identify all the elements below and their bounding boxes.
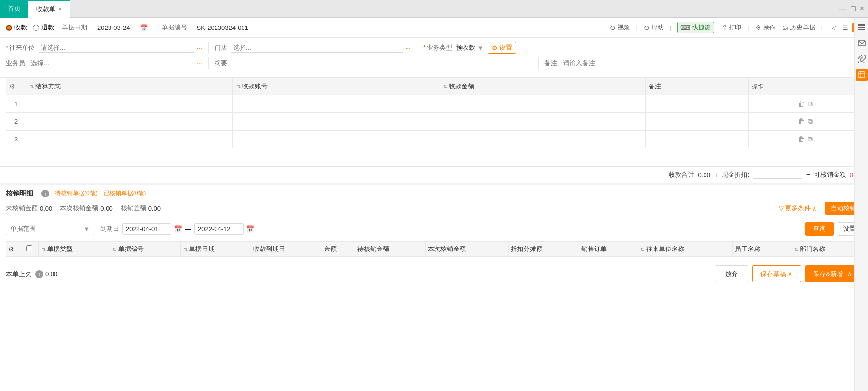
amount-cell-1[interactable] <box>439 95 646 113</box>
due-info-icon[interactable]: i <box>35 270 43 278</box>
range-select[interactable]: 单据范围 ▼ <box>6 223 94 235</box>
delete-icon-1[interactable]: 🗑 <box>798 100 805 108</box>
date-from-input[interactable] <box>122 223 171 235</box>
save-new-dropdown-icon[interactable]: ∧ <box>845 268 854 280</box>
svg-rect-0 <box>858 24 865 26</box>
chevron-up-icon: ∧ <box>812 205 817 212</box>
remark-cell-2[interactable] <box>646 113 748 131</box>
copy-icon-2[interactable]: ⧉ <box>808 117 813 126</box>
sidebar-frame-icon[interactable] <box>856 69 868 81</box>
sort-doc-date[interactable]: ⇅ <box>184 247 188 252</box>
partner-input[interactable] <box>39 43 194 53</box>
sort-partner[interactable]: ⇅ <box>640 247 644 252</box>
tab-home[interactable]: 首页 <box>0 0 28 18</box>
sort-icon2[interactable]: ⇅ <box>237 84 241 89</box>
calendar-from-icon[interactable]: 📅 <box>174 225 182 233</box>
setting-button[interactable]: ⚙ 设置 <box>488 42 516 54</box>
sort-doc-type[interactable]: ⇅ <box>42 247 46 252</box>
current-label: 本次核销金额 <box>60 204 98 213</box>
delete-icon-3[interactable]: 🗑 <box>798 135 805 143</box>
abandon-button[interactable]: 放弃 <box>715 265 748 282</box>
svg-rect-1 <box>858 27 865 28</box>
window-close-icon[interactable]: × <box>860 4 864 13</box>
footer-left: 本单上欠 i 0.00 <box>6 270 57 279</box>
save-new-button[interactable]: 保存&新增 ∧ <box>805 265 862 282</box>
shop-input[interactable] <box>231 43 403 53</box>
layout-icon-prev[interactable]: ◁ <box>829 23 839 32</box>
layout-icon-list[interactable]: ☰ <box>841 23 850 32</box>
calendar-icon[interactable]: 📅 <box>140 24 148 31</box>
bottom-settings-icon[interactable]: ⚙ <box>8 246 14 253</box>
operation-btn[interactable]: ⚙ 操作 <box>755 23 776 32</box>
table-settings-icon[interactable]: ⚙ <box>9 83 15 90</box>
uncancelled-label: 未核销金额 <box>6 204 38 213</box>
sort-icon[interactable]: ⇅ <box>30 84 34 89</box>
receipt-table-container: ⚙ ⇅ 结算方式 ⇅ 收款账号 ⇅ 收款金额 备注 <box>0 78 868 166</box>
remark-cell-3[interactable] <box>646 131 748 148</box>
help-btn[interactable]: ⊙ 帮助 <box>644 23 664 32</box>
more-conditions-btn[interactable]: ▽ 更多条件 ∧ <box>779 204 817 213</box>
col-current-amount: 本次核销金额 <box>426 242 509 257</box>
abandon-btn-label: 放弃 <box>725 270 738 278</box>
partner-more-icon[interactable]: ··· <box>196 44 202 52</box>
copy-icon-3[interactable]: ⧉ <box>808 135 813 143</box>
select-all-checkbox[interactable] <box>26 245 32 251</box>
remark-cell-1[interactable] <box>646 95 748 113</box>
table-row: 3 🗑 ⧉ <box>6 131 862 148</box>
remark-label: 备注 <box>544 59 557 68</box>
uncancelled-value: 0.00 <box>40 205 52 212</box>
delete-icon-2[interactable]: 🗑 <box>798 117 805 126</box>
staff-input[interactable] <box>29 58 194 68</box>
history-btn[interactable]: 🗂 历史单据 <box>782 23 815 32</box>
query-button[interactable]: 查询 <box>805 222 834 236</box>
discount-input[interactable] <box>753 171 802 179</box>
history-icon: 🗂 <box>782 24 788 31</box>
pending-tab-link[interactable]: 待核销单据(0笔) <box>55 189 98 198</box>
info-icon[interactable]: i <box>41 190 49 197</box>
save-draft-button[interactable]: 保存草稿 ∧ <box>752 265 801 282</box>
copy-icon-1[interactable]: ⧉ <box>808 100 813 108</box>
save-draft-arrow: ∧ <box>788 270 793 278</box>
remark-input[interactable] <box>561 58 862 68</box>
sidebar-table-icon[interactable] <box>856 22 868 33</box>
sort-dept[interactable]: ⇅ <box>794 247 798 252</box>
sidebar-clip-icon[interactable] <box>856 53 868 65</box>
sort-icon3[interactable]: ⇅ <box>443 84 447 89</box>
account-cell-2[interactable] <box>232 113 439 131</box>
video-btn[interactable]: ⊙ 视频 <box>610 23 630 32</box>
staff-more-icon[interactable]: ··· <box>196 59 202 67</box>
settlement-cell-3[interactable] <box>26 131 233 148</box>
shop-more-icon[interactable]: ··· <box>405 44 411 52</box>
bottom-gear-header: ⚙ <box>6 242 24 257</box>
summary-input[interactable] <box>231 58 532 68</box>
minimize-icon[interactable]: — <box>839 4 847 13</box>
tab-close-icon[interactable]: × <box>58 6 62 13</box>
date-to-input[interactable] <box>194 223 244 235</box>
sidebar-email-icon[interactable] <box>856 37 868 49</box>
shortcut-icon: ⌨ <box>680 24 690 31</box>
amount-cell-2[interactable] <box>439 113 646 131</box>
print-btn[interactable]: 🖨 打印 <box>720 23 741 32</box>
action-cell-1: 🗑 ⧉ <box>748 95 862 113</box>
discount-label: 现金折扣: <box>722 170 749 179</box>
tab-receipt-label: 收款单 <box>36 5 55 14</box>
receipt-radio[interactable]: 收款 <box>6 23 27 32</box>
tab-receipt[interactable]: 收款单 × <box>28 0 70 18</box>
completed-tab-link[interactable]: 已核销单据(0笔) <box>104 189 146 198</box>
account-cell-1[interactable] <box>232 95 439 113</box>
settlement-cell-1[interactable] <box>26 95 233 113</box>
business-type-select[interactable]: 预收款 ▼ <box>456 43 484 52</box>
filter-row: 单据范围 ▼ 到期日 📅 — 📅 查询 设置 <box>6 219 862 239</box>
video-icon: ⊙ <box>610 24 616 31</box>
sort-doc-num[interactable]: ⇅ <box>112 247 116 252</box>
settlement-cell-2[interactable] <box>26 113 233 131</box>
refund-radio[interactable]: 退款 <box>33 23 54 32</box>
maximize-icon[interactable]: □ <box>851 4 856 13</box>
amount-cell-3[interactable] <box>439 131 646 148</box>
business-type-field: 业务类型 预收款 ▼ ⚙ 设置 <box>423 42 862 54</box>
shortcut-btn[interactable]: ⌨ 快捷键 <box>677 22 714 33</box>
calendar-to-icon[interactable]: 📅 <box>246 225 254 233</box>
col-due-date: 收款到期日 <box>251 242 322 257</box>
account-cell-3[interactable] <box>232 131 439 148</box>
uncancelled-stat: 未核销金额 0.00 <box>6 204 52 213</box>
